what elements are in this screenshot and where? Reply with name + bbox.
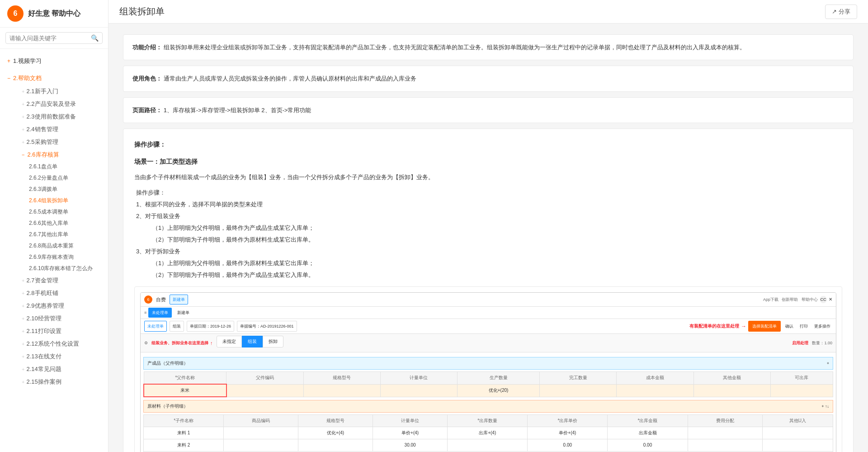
mock-th-prod-qty: 生产数量 bbox=[458, 372, 540, 385]
nav-item-2-2[interactable]: + 2.2产品安装及登录 bbox=[14, 98, 108, 110]
nav-item-2-9[interactable]: + 2.9优惠券管理 bbox=[14, 300, 108, 312]
mock-btd-alloc-2 bbox=[688, 439, 762, 452]
mock-btd-other-2 bbox=[762, 439, 833, 452]
mock-btd-code-1 bbox=[224, 427, 298, 439]
mock-tab-disassembly[interactable]: 拆卸 bbox=[263, 336, 283, 347]
mock-th-unit: 计量单位 bbox=[380, 372, 457, 385]
nav-item-2-13[interactable]: + 2.13在线支付 bbox=[14, 350, 108, 363]
mock-td-unit bbox=[380, 384, 457, 397]
nav-section-2-icon: − bbox=[7, 75, 10, 81]
mock-more-btn[interactable]: 更多操作 bbox=[812, 321, 832, 331]
sidebar-header: 6 好生意 帮助中心 bbox=[0, 0, 108, 28]
arrow-up-icon: ↑ bbox=[210, 338, 213, 348]
mock-btd-outprice-1: 单价+(4) bbox=[528, 427, 608, 439]
nav-item-2-6-4[interactable]: 2.6.4组装拆卸单 bbox=[22, 195, 108, 206]
mock-btd-other-1 bbox=[762, 427, 833, 439]
nav-item-2-6-3[interactable]: 2.6.3调拨单 bbox=[22, 184, 108, 195]
mock-content-body: 产成品（父件明细） + *父件名称 父件编码 规格型号 计量单位 bbox=[141, 352, 836, 452]
path-text: 1、库存核算->库存管理->组装拆卸单 2、首页->常用功能 bbox=[164, 107, 311, 114]
mock-bth-spec: 规格型号 bbox=[298, 415, 373, 427]
mock-section-bottom-actions: + ↑↓ bbox=[821, 402, 829, 410]
nav-item-2-6-9[interactable]: 2.6.9库存账本查询 bbox=[22, 252, 108, 263]
mock-btd-outamt-2: 0.00 bbox=[608, 439, 688, 452]
mock-titlebar: 6 自费 新建单 App下载 创新帮助 帮助中心 CC ✕ bbox=[141, 293, 836, 307]
mock-btd-outqty-1: 出库+(4) bbox=[448, 427, 528, 439]
nav-item-2-4[interactable]: + 2.4销售管理 bbox=[14, 123, 108, 136]
nav-item-2-6-7[interactable]: 2.6.7其他出库单 bbox=[22, 229, 108, 240]
steps-title: 操作步骤： bbox=[134, 138, 842, 151]
mock-td-other bbox=[693, 384, 770, 397]
mock-date-field: 单据日期：2019-12-26 bbox=[187, 321, 234, 332]
nav-item-2-6-8[interactable]: 2.6.8商品成本重算 bbox=[22, 240, 108, 252]
nav-item-2-1[interactable]: + 2.1新手入门 bbox=[14, 85, 108, 98]
search-input[interactable] bbox=[9, 35, 91, 42]
mock-title-text: 自费 bbox=[156, 295, 166, 305]
mock-td-parent-name: 来米 bbox=[144, 384, 226, 397]
nav-item-2-6-icon: − bbox=[22, 152, 24, 157]
nav-item-2-6-5[interactable]: 2.6.5成本调整单 bbox=[22, 206, 108, 218]
mock-bth-out-amount: *出库金额 bbox=[608, 415, 688, 427]
mock-type-tabs: 未指定 组装 拆卸 bbox=[217, 336, 283, 347]
mock-btn-process[interactable]: 未处理单 bbox=[144, 321, 167, 332]
mock-confirm-btn[interactable]: 确认 bbox=[783, 321, 795, 331]
nav-item-2-10-icon: + bbox=[22, 316, 24, 321]
mock-tab-unspecified[interactable]: 未指定 bbox=[217, 336, 242, 347]
nav-section-2-title[interactable]: − 2.帮助文档 bbox=[0, 71, 108, 85]
main-panel: 组装拆卸单 ↗ 分享 功能介绍： 组装拆卸单用来处理企业组装或拆卸等加工业务，支… bbox=[108, 0, 868, 452]
nav-item-2-6-10[interactable]: 2.6.10库存账本错了怎么办 bbox=[22, 263, 108, 274]
mock-tab-inactive[interactable]: 新建单 bbox=[174, 308, 193, 318]
nav-item-2-12[interactable]: + 2.12系统个性化设置 bbox=[14, 338, 108, 350]
mock-btd-name-2: 来料 2 bbox=[144, 439, 224, 452]
nav-item-2-3[interactable]: + 2.3使用前数据准备 bbox=[14, 110, 108, 123]
mock-bth-other-in: 其他U入 bbox=[762, 415, 833, 427]
mock-assembly-btn[interactable]: 选择装配清单 bbox=[748, 321, 781, 332]
mock-btd-outqty-2 bbox=[448, 439, 528, 452]
nav-item-2-11[interactable]: + 2.11打印设置 bbox=[14, 325, 108, 338]
mock-tab-active[interactable]: 未处理单 bbox=[148, 308, 172, 318]
mock-section-top-actions: + bbox=[827, 359, 829, 367]
nav-item-2-2-icon: + bbox=[22, 101, 24, 107]
mock-new-btn[interactable]: 新建单 bbox=[170, 295, 188, 305]
mock-table-bottom-header-row: *子件名称 商品编码 规格型号 计量单位 *出库数量 *出库单价 *出库金额 费… bbox=[144, 415, 833, 427]
annotation-top-text: 有装配清单的在这里处理 bbox=[689, 322, 739, 331]
mock-title-right: App下载 创新帮助 帮助中心 CC ✕ bbox=[763, 295, 832, 304]
search-icon[interactable]: 🔍 bbox=[91, 34, 99, 42]
nav-item-2-6-2[interactable]: 2.6.2分量盘点单 bbox=[22, 172, 108, 184]
nav-item-2-6-1[interactable]: 2.6.1盘点单 bbox=[22, 161, 108, 172]
share-button[interactable]: ↗ 分享 bbox=[825, 5, 857, 19]
mock-app-links: App下载 创新帮助 帮助中心 bbox=[763, 295, 818, 304]
nav-section-1-title[interactable]: + 1.视频学习 bbox=[0, 54, 108, 68]
nav-item-2-7[interactable]: + 2.7资金管理 bbox=[14, 274, 108, 287]
arrow-right-icon: → bbox=[741, 321, 746, 332]
path-label: 页面路径： bbox=[132, 107, 162, 114]
nav-item-2-6-title[interactable]: − 2.6库存核算 bbox=[14, 148, 108, 161]
mock-btd-unit-1: 单价+(4) bbox=[373, 427, 448, 439]
mock-bth-alloc: 费用分配 bbox=[688, 415, 762, 427]
scenario1-desc: 当由多个子件材料组装成一个成品的业务为【组装】业务，当由一个父件拆分成多个子产品… bbox=[134, 171, 842, 183]
nav-item-2-14[interactable]: + 2.14常见问题 bbox=[14, 363, 108, 376]
content-area: 功能介绍： 组装拆卸单用来处理企业组装或拆卸等加工业务，支持有固定装配清单的产品… bbox=[108, 24, 868, 452]
step2: 2、对于组装业务 bbox=[136, 210, 842, 222]
mock-btd-code-2 bbox=[224, 439, 298, 452]
step2-sub1: （1）上部明细为父件明细，最终作为产成品生成某它入库单； bbox=[152, 222, 842, 234]
nav-item-2-5[interactable]: + 2.5采购管理 bbox=[14, 136, 108, 148]
nav-item-2-8[interactable]: + 2.8手机旺铺 bbox=[14, 287, 108, 300]
mock-app: 6 自费 新建单 App下载 创新帮助 帮助中心 CC ✕ ≡ bbox=[140, 292, 836, 452]
mock-th-other: 其他金额 bbox=[693, 372, 770, 385]
mock-print-btn[interactable]: 打印 bbox=[798, 321, 810, 331]
nav-sub-items-2: + 2.1新手入门 + 2.2产品安装及登录 + 2.3使用前数据准备 + 2.… bbox=[0, 85, 108, 388]
nav-item-2-10[interactable]: + 2.10经营管理 bbox=[14, 312, 108, 325]
mock-nav-icon: ≡ bbox=[144, 309, 146, 317]
mock-th-parent-name: *父件名称 bbox=[144, 372, 226, 385]
nav-item-2-6-6[interactable]: 2.6.6其他入库单 bbox=[22, 218, 108, 229]
role-label: 使用角色： bbox=[132, 75, 162, 82]
nav-item-2-15[interactable]: + 2.15操作案例 bbox=[14, 376, 108, 388]
mock-table-bottom-row-2: 来料 2 30.00 0.00 0.00 bbox=[144, 439, 833, 452]
nav-item-2-13-icon: + bbox=[22, 354, 24, 359]
mock-td-available bbox=[770, 384, 833, 397]
mock-tab-assembly[interactable]: 组装 bbox=[242, 336, 263, 347]
nav-section-1: + 1.视频学习 bbox=[0, 52, 108, 70]
mock-close-icon[interactable]: ✕ bbox=[829, 295, 832, 304]
step1: 1、根据不同的业务，选择不同单据的类型来处理 bbox=[136, 199, 842, 210]
mock-btn-save[interactable]: 组装 bbox=[170, 321, 184, 332]
